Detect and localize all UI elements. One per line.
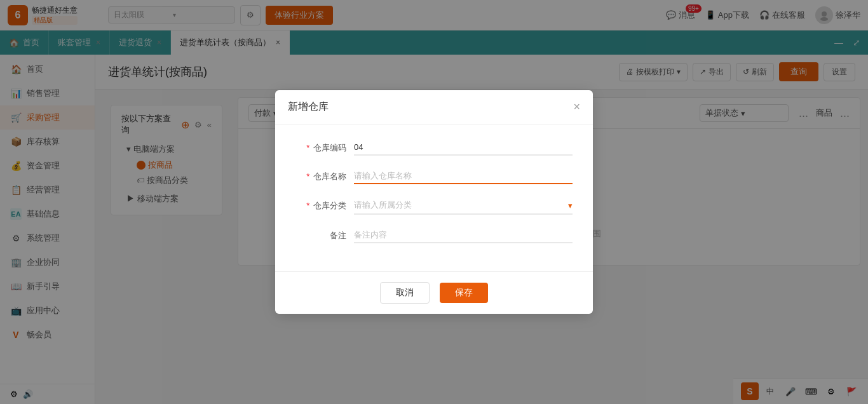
add-warehouse-modal: 新增仓库 × * 仓库编码 * 仓库名称 <box>275 90 593 314</box>
remark-label: 备注 <box>295 230 346 241</box>
modal-body: * 仓库编码 * 仓库名称 * 仓库分类 请输入所属 <box>275 125 593 271</box>
category-chevron-icon: ▾ <box>568 201 573 210</box>
modal-header: 新增仓库 × <box>275 90 593 125</box>
cancel-button[interactable]: 取消 <box>380 282 430 304</box>
form-row-remark: 备注 <box>295 227 573 243</box>
remark-input[interactable] <box>354 227 573 243</box>
warehouse-category-select[interactable]: 请输入所属分类 ▾ <box>354 197 573 215</box>
save-button[interactable]: 保存 <box>440 283 488 303</box>
form-row-category: * 仓库分类 请输入所属分类 ▾ <box>295 197 573 215</box>
form-row-name: * 仓库名称 <box>295 168 573 184</box>
modal-footer: 取消 保存 <box>275 271 593 314</box>
warehouse-code-label: * 仓库编码 <box>295 142 346 154</box>
modal-close-button[interactable]: × <box>573 100 580 114</box>
modal-overlay: 新增仓库 × * 仓库编码 * 仓库名称 <box>0 0 868 404</box>
warehouse-name-input[interactable] <box>354 168 573 184</box>
warehouse-name-label: * 仓库名称 <box>295 171 346 182</box>
form-row-code: * 仓库编码 <box>295 140 573 156</box>
warehouse-code-input[interactable] <box>354 140 573 156</box>
modal-title: 新增仓库 <box>288 100 573 114</box>
warehouse-category-label: * 仓库分类 <box>295 200 346 212</box>
